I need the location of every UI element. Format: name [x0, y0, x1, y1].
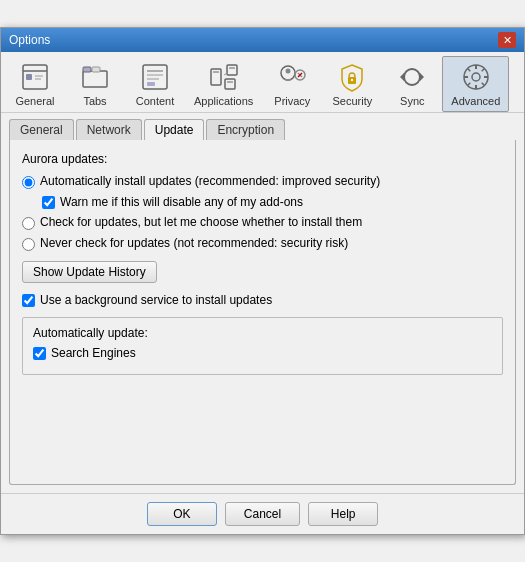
radio-never-check: Never check for updates (not recommended…	[22, 236, 503, 251]
background-service-label[interactable]: Use a background service to install upda…	[40, 293, 272, 307]
svg-rect-17	[225, 79, 235, 89]
toolbar-item-sync[interactable]: Sync	[382, 56, 442, 112]
svg-rect-8	[143, 65, 167, 89]
aurora-updates-label: Aurora updates:	[22, 152, 503, 166]
general-icon	[19, 61, 51, 93]
close-button[interactable]: ✕	[498, 32, 516, 48]
content-label: Content	[136, 95, 175, 107]
svg-rect-7	[92, 67, 100, 72]
search-engines-option: Search Engines	[33, 346, 492, 360]
svg-line-36	[481, 69, 484, 72]
svg-rect-14	[213, 71, 219, 73]
radio-auto-install-label[interactable]: Automatically install updates (recommend…	[40, 174, 380, 188]
security-label: Security	[332, 95, 372, 107]
tabs-label: Tabs	[83, 95, 106, 107]
svg-rect-12	[147, 82, 155, 86]
toolbar-item-general[interactable]: General	[5, 56, 65, 112]
toolbar-item-content[interactable]: Content	[125, 56, 185, 112]
show-update-history-button[interactable]: Show Update History	[22, 261, 157, 283]
radio-auto-install-input[interactable]	[22, 176, 35, 189]
toolbar: General Tabs	[1, 52, 524, 113]
applications-label: Applications	[194, 95, 253, 107]
svg-rect-16	[229, 67, 235, 69]
general-label: General	[15, 95, 54, 107]
applications-icon	[208, 61, 240, 93]
toolbar-item-tabs[interactable]: Tabs	[65, 56, 125, 112]
help-button[interactable]: Help	[308, 502, 378, 526]
toolbar-item-advanced[interactable]: Advanced	[442, 56, 509, 112]
svg-line-37	[467, 83, 470, 86]
history-button-row: Show Update History	[22, 261, 503, 283]
cancel-button[interactable]: Cancel	[225, 502, 300, 526]
svg-point-20	[286, 69, 291, 74]
warn-addon-option: Warn me if this will disable any of my a…	[42, 195, 503, 209]
svg-line-34	[467, 69, 470, 72]
svg-line-35	[481, 83, 484, 86]
privacy-label: Privacy	[274, 95, 310, 107]
radio-check-only: Check for updates, but let me choose whe…	[22, 215, 503, 230]
tab-content: Aurora updates: Automatically install up…	[9, 140, 516, 485]
footer: OK Cancel Help	[1, 493, 524, 534]
advanced-label: Advanced	[451, 95, 500, 107]
radio-check-only-label[interactable]: Check for updates, but let me choose whe…	[40, 215, 362, 229]
radio-never-check-label[interactable]: Never check for updates (not recommended…	[40, 236, 348, 250]
window-title: Options	[9, 33, 50, 47]
tab-update[interactable]: Update	[144, 119, 205, 140]
options-window: Options ✕ General	[0, 27, 525, 535]
titlebar: Options ✕	[1, 28, 524, 52]
svg-point-29	[472, 73, 480, 81]
toolbar-item-privacy[interactable]: Privacy	[262, 56, 322, 112]
update-panel: Aurora updates: Automatically install up…	[22, 152, 503, 472]
advanced-icon	[460, 61, 492, 93]
tab-general[interactable]: General	[9, 119, 74, 140]
svg-rect-18	[227, 81, 233, 83]
svg-point-25	[351, 79, 353, 81]
radio-auto-install: Automatically install updates (recommend…	[22, 174, 503, 189]
auto-update-section: Automatically update: Search Engines	[22, 317, 503, 375]
tab-encryption[interactable]: Encryption	[206, 119, 285, 140]
sync-icon	[396, 61, 428, 93]
tab-network[interactable]: Network	[76, 119, 142, 140]
content-icon	[139, 61, 171, 93]
toolbar-item-security[interactable]: Security	[322, 56, 382, 112]
auto-update-label: Automatically update:	[33, 326, 492, 340]
svg-rect-6	[83, 67, 91, 72]
sub-tabs: General Network Update Encryption	[1, 113, 524, 140]
radio-check-only-input[interactable]	[22, 217, 35, 230]
search-engines-label[interactable]: Search Engines	[51, 346, 136, 360]
svg-rect-5	[83, 71, 107, 87]
toolbar-item-applications[interactable]: Applications	[185, 56, 262, 112]
background-service-checkbox[interactable]	[22, 294, 35, 307]
tabs-icon	[79, 61, 111, 93]
sync-label: Sync	[400, 95, 424, 107]
search-engines-checkbox[interactable]	[33, 347, 46, 360]
security-icon	[336, 61, 368, 93]
ok-button[interactable]: OK	[147, 502, 217, 526]
background-service-option: Use a background service to install upda…	[22, 293, 503, 307]
warn-addon-label[interactable]: Warn me if this will disable any of my a…	[60, 195, 303, 209]
warn-addon-checkbox[interactable]	[42, 196, 55, 209]
svg-rect-2	[26, 74, 32, 80]
radio-never-check-input[interactable]	[22, 238, 35, 251]
svg-marker-27	[400, 73, 404, 81]
privacy-icon	[276, 61, 308, 93]
svg-rect-15	[227, 65, 237, 75]
